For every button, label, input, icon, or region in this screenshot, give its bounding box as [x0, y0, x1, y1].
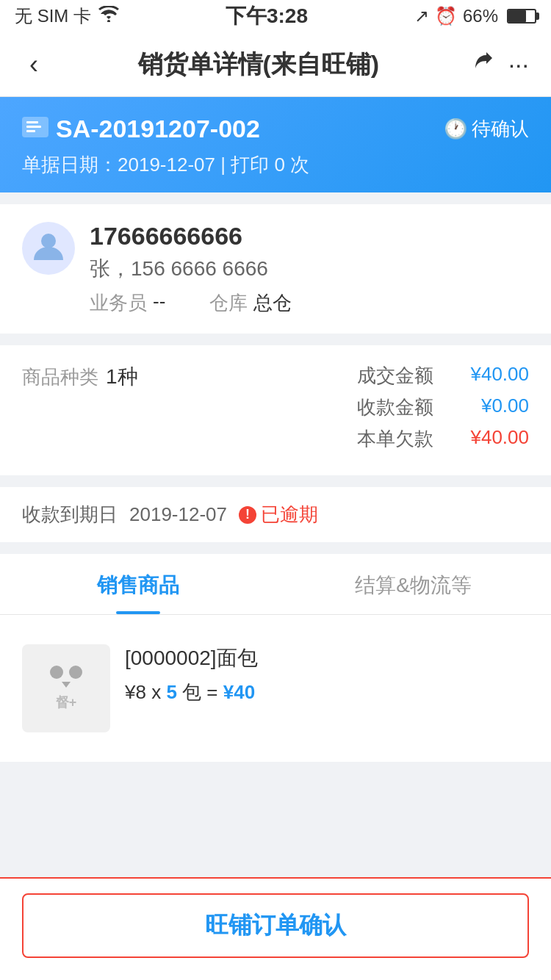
- svg-rect-1: [472, 65, 494, 67]
- bottom-bar: 旺铺订单确认: [0, 877, 551, 980]
- nav-bar: ‹ 销货单详情(来自旺铺) ···: [0, 32, 551, 97]
- carrier-text: 无 SIM 卡: [15, 4, 91, 28]
- product-thumbnail: 督+: [22, 644, 110, 732]
- due-date-section: 收款到期日 2019-12-07 ! 已逾期: [0, 487, 551, 542]
- avatar: [22, 222, 75, 275]
- product-unit: 包: [182, 681, 201, 703]
- owed-value: ¥40.00: [455, 426, 529, 452]
- tabs-bar: 销售商品 结算&物流等: [0, 554, 551, 615]
- customer-name: 张，156 6666 6666: [90, 255, 529, 283]
- alarm-icon: ⏰: [435, 6, 457, 26]
- tab-settlement-logistics[interactable]: 结算&物流等: [276, 554, 551, 614]
- svg-point-0: [107, 20, 110, 22]
- owl-right-eye: [69, 666, 82, 679]
- svg-point-6: [41, 234, 56, 248]
- customer-meta: 业务员 -- 仓库 总仓: [90, 290, 529, 316]
- product-total: ¥40: [223, 681, 255, 703]
- warehouse-label: 仓库: [209, 290, 248, 316]
- owl-left-eye: [50, 666, 63, 679]
- received-label: 收款金额: [357, 394, 433, 420]
- product-name: [0000002]面包: [125, 644, 529, 672]
- svg-rect-3: [26, 121, 38, 123]
- overdue-badge: ! 已逾期: [239, 502, 318, 527]
- order-icon: [22, 115, 48, 143]
- owl-brand-text: 督+: [56, 693, 77, 711]
- overdue-text: 已逾期: [261, 502, 318, 527]
- location-icon: ↗: [414, 6, 429, 26]
- product-price-row: ¥8 x 5 包 = ¥40: [125, 680, 529, 705]
- product-details: [0000002]面包 ¥8 x 5 包 = ¥40: [125, 644, 529, 705]
- amount-label: 成交金额: [357, 363, 433, 389]
- share-icon[interactable]: [472, 50, 494, 79]
- overdue-icon: !: [239, 506, 256, 524]
- nav-actions: ···: [472, 50, 529, 79]
- order-number: SA-20191207-002: [22, 115, 260, 143]
- summary-amounts: 成交金额 ¥40.00 收款金额 ¥0.00 本单欠款 ¥40.00: [357, 363, 529, 458]
- warehouse-value: 总仓: [253, 290, 292, 316]
- due-date-label: 收款到期日: [22, 502, 118, 527]
- owl-beak-icon: [62, 682, 71, 688]
- customer-info: 17666666666 张，156 6666 6666 业务员 -- 仓库 总仓: [90, 222, 529, 316]
- order-date-row: 单据日期：2019-12-07 | 打印 0 次: [22, 152, 529, 178]
- status-bar: 无 SIM 卡 下午3:28 ↗ ⏰ 66%: [0, 0, 551, 32]
- summary-section: 商品种类 1种 成交金额 ¥40.00 收款金额 ¥0.00 本单欠款 ¥40.…: [0, 345, 551, 475]
- svg-rect-5: [26, 130, 35, 132]
- customer-section: 17666666666 张，156 6666 6666 业务员 -- 仓库 总仓: [0, 204, 551, 334]
- status-time: 下午3:28: [226, 2, 308, 30]
- price-per-unit: ¥8: [125, 681, 146, 703]
- product-section: 督+ [0000002]面包 ¥8 x 5 包 = ¥40: [0, 615, 551, 762]
- page-title: 销货单详情(来自旺铺): [138, 48, 380, 82]
- product-item: 督+ [0000002]面包 ¥8 x 5 包 = ¥40: [22, 630, 529, 747]
- order-header-card: SA-20191207-002 🕐 待确认 单据日期：2019-12-07 | …: [0, 97, 551, 192]
- price-multiply: x: [151, 681, 166, 703]
- status-left: 无 SIM 卡: [15, 4, 119, 28]
- amount-value: ¥40.00: [455, 363, 529, 389]
- salesperson-value: --: [153, 290, 165, 316]
- received-value: ¥0.00: [455, 394, 529, 420]
- empty-space: [0, 762, 551, 894]
- customer-phone: 17666666666: [90, 222, 529, 251]
- status-clock-icon: 🕐: [444, 118, 467, 140]
- tab-sales-products[interactable]: 销售商品: [0, 554, 276, 614]
- wifi-icon: [98, 6, 119, 26]
- due-date-value: 2019-12-07: [129, 503, 227, 526]
- owed-label: 本单欠款: [357, 426, 433, 452]
- product-type-count: 1种: [106, 363, 138, 391]
- salesperson-label: 业务员: [90, 290, 147, 316]
- confirm-order-button[interactable]: 旺铺订单确认: [22, 893, 529, 958]
- back-button[interactable]: ‹: [22, 42, 46, 87]
- product-type-label: 商品种类: [22, 364, 98, 390]
- status-right: ↗ ⏰ 66%: [414, 6, 536, 26]
- person-icon: [32, 229, 65, 268]
- order-status: 🕐 待确认: [444, 116, 529, 142]
- product-quantity: 5: [166, 681, 176, 703]
- svg-rect-4: [26, 126, 41, 128]
- more-icon[interactable]: ···: [508, 50, 529, 79]
- equals-sign: =: [206, 681, 223, 703]
- battery-percent: 66%: [463, 6, 498, 26]
- battery-icon: [507, 9, 536, 24]
